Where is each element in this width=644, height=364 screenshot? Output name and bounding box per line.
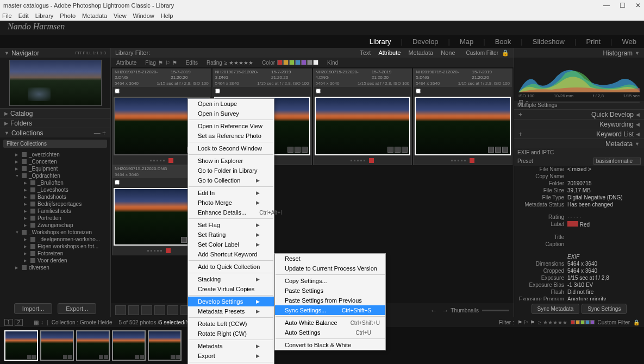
color-label-icon[interactable] xyxy=(168,158,173,163)
menu-item[interactable]: Photo Merge▶ xyxy=(188,198,274,208)
filmstrip-thumb[interactable] xyxy=(112,330,146,361)
flag-filter-icon[interactable]: ⚑ ⚐ ⚑ xyxy=(517,319,535,325)
menu-item[interactable]: Rotate Right (CW) xyxy=(188,329,274,338)
badge-icon[interactable] xyxy=(181,237,187,243)
menu-library[interactable]: Library xyxy=(35,12,54,19)
custom-filter-dropdown[interactable]: Custom Filter xyxy=(466,50,498,56)
metadata-row[interactable]: Caption xyxy=(514,241,644,248)
badge-icon[interactable] xyxy=(387,147,393,153)
filmstrip-thumb[interactable] xyxy=(4,330,38,361)
module-print[interactable]: Print xyxy=(586,37,601,46)
menu-metadata[interactable]: Metadata xyxy=(82,12,107,19)
menu-item[interactable]: Paste Settings xyxy=(275,286,385,296)
breadcrumb-collection[interactable]: Collection : Groote Heide xyxy=(52,319,112,325)
tree-item[interactable]: ▶Zwangerschap xyxy=(0,222,110,229)
thumb-checkbox[interactable] xyxy=(115,89,120,93)
next-image-button[interactable]: → xyxy=(441,306,448,315)
menu-item[interactable]: Copy Settings... xyxy=(275,276,385,286)
filter-tab-metadata[interactable]: Metadata xyxy=(408,49,433,56)
sort-icon[interactable]: ↕ xyxy=(41,319,43,325)
grid-view-button[interactable] xyxy=(115,305,126,315)
badge-icon[interactable] xyxy=(395,147,401,153)
color-swatch[interactable] xyxy=(313,60,318,65)
menu-item[interactable]: Metadata▶ xyxy=(188,341,274,351)
badge-icon[interactable] xyxy=(402,147,408,153)
metadata-row[interactable]: Exposure Bias-1 3/10 EV xyxy=(514,281,644,288)
tree-item[interactable]: ▶_Loveshoots xyxy=(0,186,110,193)
color-label-icon[interactable] xyxy=(470,158,474,163)
thumb-checkbox[interactable] xyxy=(215,89,220,93)
monitor-2-button[interactable]: 2 xyxy=(15,319,23,326)
module-slideshow[interactable]: Slideshow xyxy=(533,37,565,46)
metadata-row[interactable]: FlashDid not fire xyxy=(514,288,644,296)
prev-image-button[interactable]: ← xyxy=(430,306,437,315)
color-swatch[interactable] xyxy=(307,60,312,65)
thumbnail-cell[interactable]: NH20190715-212020-4.DNG15-7-2019 21:20:2… xyxy=(313,68,412,165)
close-icon[interactable]: ✕ xyxy=(635,2,641,9)
preset-dropdown[interactable]: basisinformatie xyxy=(593,158,641,165)
menu-view[interactable]: View xyxy=(114,12,127,19)
filter-tab-text[interactable]: Text xyxy=(360,49,371,56)
folders-header[interactable]: ▶ Folders xyxy=(0,118,110,128)
filmstrip-thumb[interactable] xyxy=(76,330,110,361)
color-swatch[interactable] xyxy=(283,60,289,65)
menu-item[interactable]: Set Color Label▶ xyxy=(188,240,274,249)
exif-selector-label[interactable]: EXIF and IPTC xyxy=(517,149,554,155)
menu-photo[interactable]: Photo xyxy=(60,12,76,19)
menu-window[interactable]: Window xyxy=(133,12,154,19)
navigator-header[interactable]: ▼ Navigator FIT FILL 1:1 1:3 xyxy=(0,48,110,58)
module-library[interactable]: Library xyxy=(370,37,391,46)
metadata-row[interactable]: Exposure1/15 sec at f / 2,8 xyxy=(514,274,644,281)
badge-icon[interactable] xyxy=(488,147,494,153)
metadata-row[interactable]: Cropped5464 x 3640 xyxy=(514,267,644,274)
metadata-row[interactable]: EXIF xyxy=(514,253,644,260)
metadata-row[interactable]: Title xyxy=(514,234,644,241)
menu-item[interactable]: Set Rating▶ xyxy=(188,230,274,240)
menu-item[interactable]: Sync Settings...Ctrl+Shift+S xyxy=(275,305,385,315)
menu-item[interactable]: Create Virtual Copies xyxy=(188,284,274,294)
lock-icon[interactable]: 🔒 xyxy=(502,49,509,57)
module-develop[interactable]: Develop xyxy=(412,37,439,46)
metadata-row[interactable]: Dimensions5464 x 3640 xyxy=(514,260,644,267)
metadata-row[interactable]: Copy Name xyxy=(514,173,644,180)
tree-item[interactable]: ▶Voor derden xyxy=(0,257,110,264)
module-book[interactable]: Book xyxy=(495,37,511,46)
tree-item[interactable]: ▶_overzichten xyxy=(0,151,110,158)
menu-item[interactable]: Develop Settings▶ xyxy=(188,297,274,306)
color-swatch[interactable] xyxy=(295,60,301,65)
filter-tab-attribute[interactable]: Attribute xyxy=(378,49,401,56)
menu-item[interactable]: Go to Folder in Library xyxy=(188,166,274,175)
filmstrip-thumb[interactable] xyxy=(40,330,74,361)
menu-file[interactable]: File xyxy=(2,12,12,19)
tree-item[interactable]: ▶_Concerten xyxy=(0,158,110,165)
tree-item[interactable]: ▶Bandshoots xyxy=(0,193,110,200)
badge-icon[interactable] xyxy=(495,147,501,153)
module-web[interactable]: Web xyxy=(622,37,637,46)
export-button[interactable]: Export... xyxy=(58,303,96,314)
lock-icon[interactable]: 🔒 xyxy=(633,319,640,325)
menu-item[interactable]: Export▶ xyxy=(188,351,274,361)
metadata-row[interactable]: Metadata StatusHas been changed xyxy=(514,201,644,208)
color-swatch[interactable] xyxy=(277,60,283,65)
thumbnail-size-slider[interactable] xyxy=(482,310,509,311)
color-swatch[interactable] xyxy=(301,60,307,65)
compare-view-button[interactable] xyxy=(141,305,152,315)
people-view-button[interactable] xyxy=(167,305,178,315)
catalog-header[interactable]: ▶ Catalog xyxy=(0,108,110,118)
metadata-row[interactable]: Label Red xyxy=(514,221,644,228)
navigator-preview[interactable] xyxy=(9,60,102,106)
menu-item[interactable]: Rotate Left (CCW) xyxy=(188,319,274,329)
tree-item[interactable]: ▶_Bruiloften xyxy=(0,179,110,186)
develop-settings-submenu[interactable]: ResetUpdate to Current Process VersionCo… xyxy=(274,253,386,350)
menu-item[interactable]: Update to Current Process Version xyxy=(275,263,385,273)
module-map[interactable]: Map xyxy=(460,37,473,46)
menu-edit[interactable]: Edit xyxy=(18,12,29,19)
menu-item[interactable]: Stacking▶ xyxy=(188,274,274,284)
minimize-icon[interactable]: — xyxy=(603,2,610,9)
menu-item[interactable]: Set as Reference Photo xyxy=(188,131,274,141)
filter-collections-input[interactable]: Filter Collections xyxy=(3,140,107,148)
filter-tab-none[interactable]: None xyxy=(441,49,455,56)
loupe-view-button[interactable] xyxy=(128,305,139,315)
metadata-row[interactable]: Exposure ProgramAperture priority xyxy=(514,296,644,300)
menu-item[interactable]: Add to Quick Collection xyxy=(188,262,274,272)
